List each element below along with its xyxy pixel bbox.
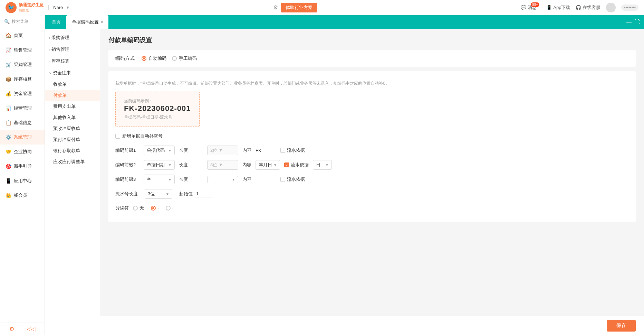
app-logo: 🐦	[6, 2, 17, 13]
prefix1-serial-check[interactable]: 流水依据	[280, 147, 305, 153]
separator-row: 分隔符 无 · ·	[115, 205, 629, 211]
tab-encode-setting[interactable]: 单据编码设置 ×	[66, 15, 108, 29]
nav-group-sales[interactable]: › 销售管理	[45, 44, 100, 55]
prefix1-select[interactable]: 单据代码 ▼	[144, 146, 175, 155]
arrow-purchase: ›	[49, 36, 50, 40]
user-avatar[interactable]	[606, 3, 616, 12]
content-area: 首页 单据编码设置 × — ⛶ › 采购管理 › 销售管理	[45, 15, 644, 335]
prefix1-label: 编码前缀1	[115, 147, 140, 153]
prefix2-length-chevron: ▼	[219, 162, 223, 167]
radio-auto[interactable]: 自动编码	[142, 55, 166, 62]
finance-icon: 💰	[6, 91, 11, 96]
prefix2-content-select[interactable]: 年月日 ▼	[256, 160, 280, 170]
prefix1-serial-checkbox[interactable]	[280, 148, 285, 153]
tab-close-icon[interactable]: ×	[101, 20, 103, 24]
main-layout: 🔍 搜索菜单 🏠 首页 📈 销售管理 🛒 采购管理 📦 库存核算 💰	[0, 15, 644, 335]
preview-box: 当前编码示例： FK-20230602-001 单据代码-单据日期-流水号	[115, 92, 200, 127]
nav-adjustment[interactable]: 应收应付调整单	[45, 156, 100, 167]
start-value-input[interactable]	[195, 190, 212, 197]
prefix2-content-chevron: ▼	[273, 163, 277, 167]
sidebar-item-enterprise[interactable]: 🤝 企业协同	[0, 145, 45, 159]
sidebar-item-finance[interactable]: 💰 资金管理	[0, 86, 45, 101]
nav-group-inventory[interactable]: › 库存核算	[45, 55, 100, 67]
nav-other-income[interactable]: 其他收入单	[45, 112, 100, 123]
prefix3-serial-checkbox[interactable]	[280, 177, 285, 182]
sep-dash[interactable]: ·	[166, 206, 174, 211]
tab-minimize-icon[interactable]: —	[626, 19, 632, 25]
prefix3-serial-check[interactable]: 流水依据	[280, 176, 305, 183]
radio-manual-dot	[172, 56, 177, 61]
prefix3-length-label: 长度	[179, 176, 203, 183]
sidebar-item-home[interactable]: 🏠 首页	[0, 28, 45, 43]
footer-settings-icon[interactable]: ⚙	[9, 326, 14, 332]
top-header: 🐦 畅通道好生意 插曲版 | Nare ▼ ⚙ 体验行业方案 💬 消息 99+ …	[0, 0, 644, 15]
sep-none[interactable]: 无	[133, 205, 144, 211]
tab-home[interactable]: 首页	[46, 15, 66, 29]
main-config-card: 新增单据时，*单据编码'自动生成，不可编辑。前缀设置为部门、业务员等档案类。开单…	[108, 71, 636, 222]
sidebar-item-system[interactable]: ⚙️ 系统管理	[0, 130, 45, 145]
purchase-icon: 🛒	[6, 62, 11, 67]
sidebar-item-guide[interactable]: 🎯 新手引导	[0, 159, 45, 174]
prefix2-length-label: 长度	[179, 162, 203, 168]
prefix2-date-select[interactable]: 日 ▼	[313, 160, 332, 170]
prefix2-serial-checkbox[interactable]: ✓	[284, 162, 289, 167]
sidebar-item-sales[interactable]: 📈 销售管理	[0, 43, 45, 57]
prefix2-select[interactable]: 单据日期 ▼	[144, 160, 175, 170]
sidebar-nav: 🏠 首页 📈 销售管理 🛒 采购管理 📦 库存核算 💰 资金管理 📊 经	[0, 28, 45, 323]
nav-bank[interactable]: 银行存取款单	[45, 145, 100, 156]
prefix3-content-label: 内容	[242, 176, 251, 183]
settings-icon[interactable]: ⚙	[273, 4, 278, 11]
app-title: 畅通道好生意 插曲版	[19, 2, 44, 13]
preview-desc: 单据代码-单据日期-流水号	[124, 114, 191, 120]
sidebar-item-member[interactable]: 👑 畅会员	[0, 188, 45, 203]
header-right: 💬 消息 99+ 📱 App下载 🎧 在线客服 ••••••••	[521, 3, 638, 12]
home-icon: 🏠	[6, 33, 11, 38]
prefix1-chevron-icon: ▼	[168, 149, 172, 152]
user-name[interactable]: ••••••••	[621, 4, 638, 11]
sidebar-item-appcenter[interactable]: 📱 应用中心	[0, 174, 45, 188]
sep-dot[interactable]: ·	[151, 206, 159, 211]
messages[interactable]: 💬 消息 99+	[521, 4, 537, 11]
nav-advance-payable[interactable]: 预付冲应付单	[45, 134, 100, 145]
nav-prepay-receivable[interactable]: 预收冲应收单	[45, 123, 100, 134]
sidebar-item-operations[interactable]: 📊 经营管理	[0, 101, 45, 115]
download-icon: 📱	[546, 5, 552, 10]
sidebar-item-purchase[interactable]: 🛒 采购管理	[0, 57, 45, 72]
preview-label: 当前编码示例：	[124, 98, 191, 104]
serial-length-select[interactable]: 3位 ▼	[145, 189, 172, 199]
nav-group-capital[interactable]: ∨ 资金往来	[45, 67, 100, 79]
prefix2-content-label: 内容	[242, 162, 251, 168]
prefix1-content-value: FK	[256, 148, 276, 153]
sidebar-item-basic-info[interactable]: 📋 基础信息	[0, 115, 45, 130]
prefix3-select[interactable]: 空 ▼	[144, 175, 175, 184]
save-button[interactable]: 保存	[607, 320, 636, 332]
online-service[interactable]: 🎧 在线客服	[576, 4, 600, 11]
search-icon: 🔍	[4, 19, 10, 24]
member-icon: 👑	[6, 193, 11, 198]
app-download[interactable]: 📱 App下载	[546, 4, 570, 11]
serial-length-label: 流水号长度	[115, 191, 138, 197]
experience-btn[interactable]: 体验行业方案	[281, 3, 317, 12]
hint-text: 新增单据时，*单据编码'自动生成，不可编辑。前缀设置为部门、业务员等档案类。开单…	[115, 80, 629, 87]
sep-none-dot	[133, 206, 138, 211]
encode-method-label: 编码方式	[115, 55, 135, 62]
prefix1-length-input: 2位 ▼	[207, 146, 238, 155]
nav-expense[interactable]: 费用支出单	[45, 101, 100, 112]
prefix3-length-input[interactable]: ▼	[207, 176, 238, 183]
nav-receipts[interactable]: 收款单	[45, 79, 100, 90]
nav-payments[interactable]: 付款单	[45, 90, 100, 101]
prefix2-serial-check[interactable]: ✓ 流水依据	[284, 162, 309, 168]
auto-fill-checkbox[interactable]	[115, 134, 120, 139]
nav-group-purchase[interactable]: › 采购管理	[45, 32, 100, 44]
prefix2-length-input: 8位 ▼	[207, 160, 238, 170]
arrow-sales: ›	[49, 48, 50, 52]
footer-collapse-icon[interactable]: ◁◁	[27, 326, 35, 332]
sidebar-search[interactable]: 🔍 搜索菜单	[0, 15, 45, 28]
tab-bar-right: — ⛶	[626, 19, 643, 25]
tab-expand-icon[interactable]: ⛶	[634, 19, 640, 25]
prefix-row-2: 编码前缀2 单据日期 ▼ 长度 8位 ▼ 内容 年月日	[115, 160, 629, 170]
form-area: 付款单编码设置 编码方式 自动编码 手工编码	[100, 29, 644, 316]
auto-fill-row[interactable]: 新增单据自动补空号	[115, 133, 629, 139]
radio-manual[interactable]: 手工编码	[172, 55, 197, 62]
sidebar-item-inventory[interactable]: 📦 库存核算	[0, 72, 45, 86]
